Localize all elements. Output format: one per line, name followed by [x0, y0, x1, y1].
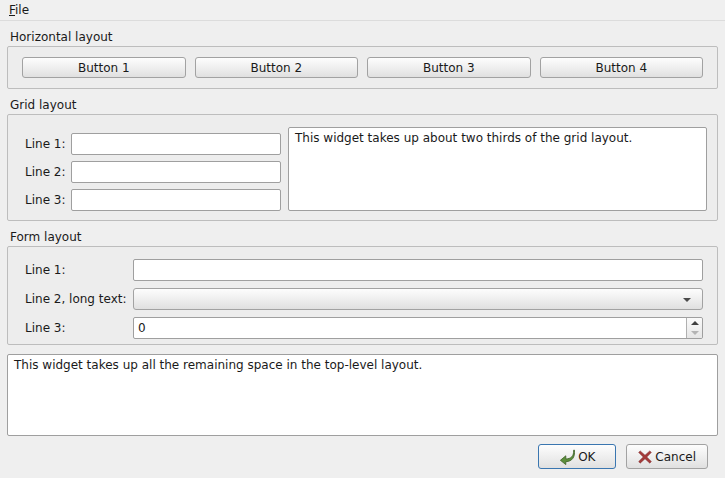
grid-line3-input[interactable]	[71, 189, 281, 211]
menubar: File	[0, 0, 725, 21]
group-grid-layout: Grid layout Line 1: Line 2: Line 3: This…	[7, 98, 718, 221]
spin-down-button[interactable]	[687, 328, 702, 338]
button-3[interactable]: Button 3	[367, 57, 531, 78]
chevron-down-icon	[683, 298, 691, 302]
arrow-down-icon	[691, 331, 699, 335]
ok-button[interactable]: OK	[538, 444, 616, 469]
cancel-button[interactable]: Cancel	[626, 444, 708, 469]
ok-button-label: OK	[578, 450, 595, 464]
spinbox-input[interactable]	[134, 318, 682, 338]
group-grid-frame: Line 1: Line 2: Line 3: This widget take…	[7, 114, 718, 221]
dialog-content: Horizontal layout Button 1 Button 2 Butt…	[0, 30, 725, 469]
form-line2-label: Line 2, long text:	[25, 292, 133, 306]
grid-line2-input[interactable]	[71, 161, 281, 183]
group-horizontal-frame: Button 1 Button 2 Button 3 Button 4	[7, 46, 718, 89]
group-form-title: Form layout	[10, 230, 718, 244]
group-form-layout: Form layout Line 1: Line 2, long text: L…	[7, 230, 718, 345]
form-line3-label: Line 3:	[25, 321, 133, 335]
group-horizontal-title: Horizontal layout	[10, 30, 718, 44]
basic-layouts-dialog: File Horizontal layout Button 1 Button 2…	[0, 0, 725, 469]
dialog-button-row: OK Cancel	[7, 444, 718, 469]
cancel-red-x-icon	[638, 450, 652, 464]
grid-line1-label: Line 1:	[25, 137, 71, 151]
menu-file-label-rest: ile	[15, 3, 29, 17]
spin-up-button[interactable]	[687, 318, 702, 328]
grid-line1-input[interactable]	[71, 133, 281, 155]
button-4[interactable]: Button 4	[540, 57, 704, 78]
arrow-up-icon	[691, 321, 699, 325]
button-1[interactable]: Button 1	[22, 57, 186, 78]
bottom-textedit[interactable]: This widget takes up all the remaining s…	[7, 354, 718, 436]
grid-line3-label: Line 3:	[25, 193, 71, 207]
group-grid-title: Grid layout	[10, 98, 718, 112]
cancel-button-label: Cancel	[655, 450, 696, 464]
grid-line2-label: Line 2:	[25, 165, 71, 179]
form-line2-combobox[interactable]	[133, 288, 703, 310]
ok-green-arrow-icon	[559, 449, 575, 465]
menu-file[interactable]: File	[0, 1, 38, 20]
spinbox-buttons	[686, 318, 702, 338]
group-horizontal-layout: Horizontal layout Button 1 Button 2 Butt…	[7, 30, 718, 89]
button-2[interactable]: Button 2	[195, 57, 359, 78]
grid-left-column: Line 1: Line 2: Line 3:	[25, 133, 281, 210]
form-line1-label: Line 1:	[25, 263, 133, 277]
form-line1-input[interactable]	[133, 259, 703, 281]
grid-textedit[interactable]: This widget takes up about two thirds of…	[288, 127, 707, 211]
group-form-frame: Line 1: Line 2, long text: Line 3:	[7, 246, 718, 345]
form-line3-spinbox[interactable]	[133, 317, 703, 339]
